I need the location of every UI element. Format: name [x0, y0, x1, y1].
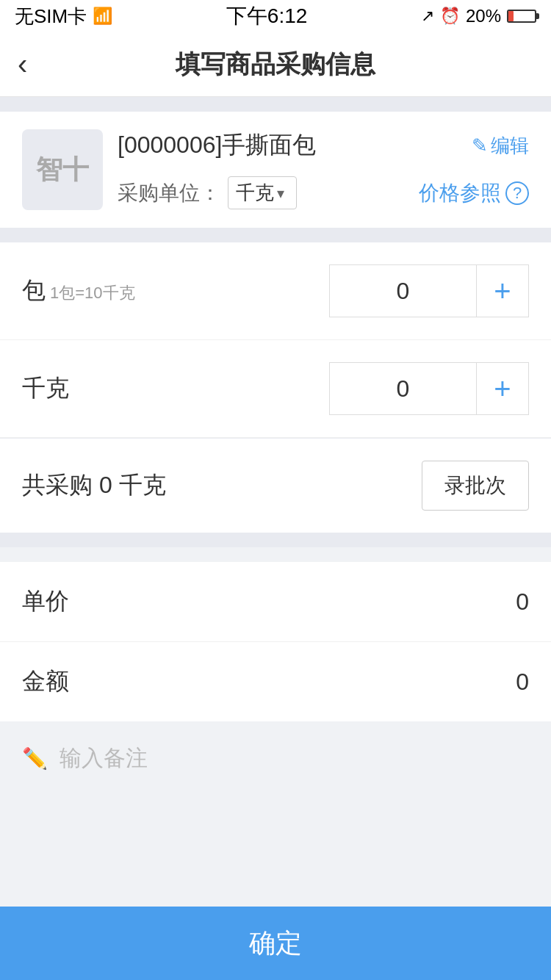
amount-row: 金额 0	[0, 642, 551, 721]
section-divider-1	[0, 97, 551, 112]
product-name-row: [0000006]手撕面包 ✎ 编辑	[118, 129, 529, 162]
kg-label: 千克	[22, 372, 125, 405]
summary-text: 共采购 0 千克	[22, 469, 166, 502]
bag-main-label: 包	[22, 277, 46, 303]
confirm-button[interactable]: 确定	[0, 907, 551, 980]
status-bar: 无SIM卡 📶 下午6:12 ↗ ⏰ 20%	[0, 0, 551, 32]
edit-label: 编辑	[491, 133, 529, 159]
amount-label: 金额	[22, 666, 516, 698]
kg-quantity-input[interactable]	[329, 362, 476, 415]
product-full-name: [0000006]手撕面包	[118, 129, 316, 162]
notes-placeholder: 输入备注	[60, 743, 148, 774]
purchase-unit-label: 采购单位：	[118, 179, 220, 207]
page-title: 填写商品采购信息	[176, 48, 375, 82]
status-time: 下午6:12	[226, 2, 308, 30]
nav-bar: ‹ 填写商品采购信息	[0, 32, 551, 97]
bag-quantity-input[interactable]	[329, 264, 476, 317]
bag-plus-button[interactable]: +	[476, 264, 529, 317]
pencil-icon: ✏️	[22, 746, 48, 771]
bag-quantity-section: 包1包=10千克 + 千克 +	[0, 242, 551, 438]
carrier-text: 无SIM卡	[15, 4, 87, 29]
kg-input-group: +	[329, 362, 529, 415]
summary-row: 共采购 0 千克 录批次	[0, 438, 551, 533]
product-card: 智十 [0000006]手撕面包 ✎ 编辑 采购单位： 千克 ▾	[0, 112, 551, 228]
status-left: 无SIM卡 📶	[15, 4, 112, 29]
help-icon: ?	[505, 181, 529, 205]
bag-input-group: +	[329, 264, 529, 317]
unit-price-row: 单价 0	[0, 562, 551, 642]
notes-section[interactable]: ✏️ 输入备注	[0, 721, 551, 796]
chevron-down-icon: ▾	[277, 184, 284, 202]
purchase-unit-row: 采购单位： 千克 ▾ 价格参照 ?	[118, 176, 529, 209]
section-divider-3	[0, 533, 551, 547]
purchase-unit-left: 采购单位： 千克 ▾	[118, 176, 297, 209]
section-divider-2	[0, 228, 551, 242]
kg-plus-button[interactable]: +	[476, 362, 529, 415]
status-right: ↗ ⏰ 20%	[421, 6, 536, 26]
confirm-button-label: 确定	[249, 926, 302, 962]
unit-price-value: 0	[516, 588, 529, 616]
unit-price-label: 单价	[22, 586, 516, 618]
price-section: 单价 0 金额 0	[0, 562, 551, 721]
price-ref-label: 价格参照	[419, 179, 501, 207]
battery-icon	[507, 10, 536, 23]
alarm-icon: ⏰	[440, 7, 460, 26]
unit-dropdown[interactable]: 千克 ▾	[228, 176, 297, 209]
unit-value: 千克	[236, 180, 274, 206]
bag-label: 包1包=10千克	[22, 275, 135, 307]
product-image: 智十	[22, 129, 103, 210]
product-info: [0000006]手撕面包 ✎ 编辑 采购单位： 千克 ▾ 价格参照 ?	[118, 129, 529, 209]
amount-value: 0	[516, 669, 529, 696]
bag-quantity-row: 包1包=10千克 +	[0, 242, 551, 340]
batch-button[interactable]: 录批次	[422, 461, 529, 511]
product-logo: 智十	[36, 156, 89, 183]
back-button[interactable]: ‹	[18, 48, 27, 81]
price-ref-button[interactable]: 价格参照 ?	[419, 179, 529, 207]
edit-icon: ✎	[472, 134, 488, 157]
gps-icon: ↗	[421, 7, 434, 26]
edit-button[interactable]: ✎ 编辑	[472, 133, 529, 159]
kg-quantity-row: 千克 +	[0, 340, 551, 438]
battery-percent: 20%	[466, 6, 501, 26]
wifi-icon: 📶	[93, 7, 112, 26]
